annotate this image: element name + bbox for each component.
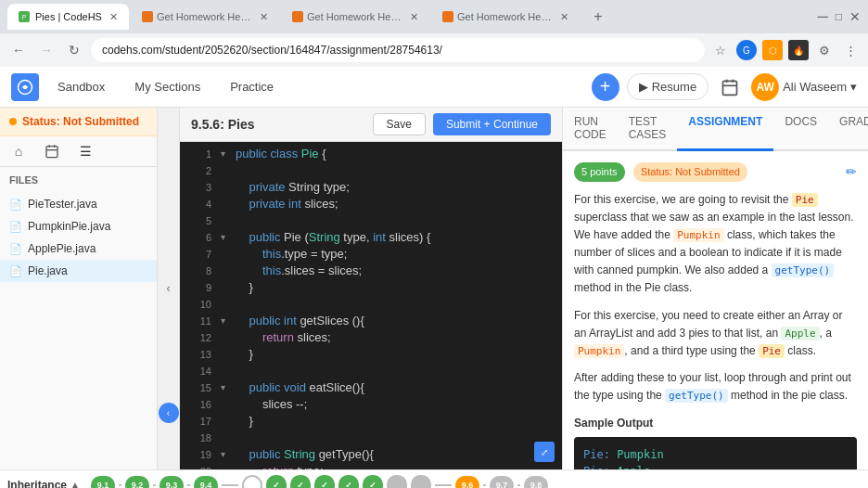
tab-3[interactable]: Get Homework Help With Cheg... ✕ bbox=[281, 4, 429, 30]
extension-icon-3[interactable]: ⚙ bbox=[814, 40, 835, 60]
bookmark-icon[interactable]: ☆ bbox=[710, 40, 731, 60]
lesson-btn-r5[interactable]: ✓ bbox=[338, 475, 359, 489]
lesson-btn-97[interactable]: 9.7 bbox=[490, 476, 514, 489]
tab-assignment[interactable]: ASSIGNMENT bbox=[677, 108, 773, 151]
pie-class-inline: Pie bbox=[792, 193, 818, 207]
list-icon[interactable]: ☰ bbox=[76, 142, 95, 161]
reload-button[interactable]: ↻ bbox=[63, 39, 85, 61]
home-icon[interactable]: ⌂ bbox=[9, 142, 28, 161]
lesson-btn-r6[interactable]: ✓ bbox=[363, 475, 383, 489]
user-initials: AW bbox=[756, 81, 773, 94]
address-bar: ← → ↻ ☆ G ⬡ 🔥 ⚙ ⋮ bbox=[0, 33, 868, 67]
status-bar: Status: Not Submitted bbox=[0, 108, 157, 136]
code-line-12: 12 return slices; bbox=[180, 329, 562, 346]
tab-2[interactable]: Get Homework Help With Cheg... ✕ bbox=[131, 4, 279, 30]
status-dot bbox=[9, 118, 17, 125]
sample-label-1: Pie: bbox=[583, 448, 617, 461]
close-icon[interactable]: ✕ bbox=[849, 9, 861, 24]
expand-floating-btn[interactable]: ‹ bbox=[159, 403, 179, 423]
save-button[interactable]: Save bbox=[373, 113, 426, 135]
lesson-sep-1 bbox=[119, 484, 121, 486]
tab-docs[interactable]: DOCS bbox=[773, 108, 828, 151]
lesson-btn-r1[interactable] bbox=[242, 475, 262, 489]
main-body: Status: Not Submitted ⌂ ☰ FILES 📄 PieTes… bbox=[0, 108, 868, 469]
app-header: Sandbox My Sections Practice + ▶ Resume … bbox=[0, 67, 868, 108]
pumpkin-inline: Pumpkin bbox=[574, 344, 624, 358]
user-menu[interactable]: AW Ali Waseem ▾ bbox=[751, 73, 857, 101]
practice-nav[interactable]: Practice bbox=[219, 74, 285, 99]
calendar-button[interactable] bbox=[716, 73, 744, 101]
lesson-btn-r8[interactable] bbox=[411, 475, 431, 489]
edit-icon[interactable]: ✏ bbox=[846, 162, 857, 182]
restore-icon[interactable]: □ bbox=[836, 10, 842, 23]
lesson-btn-r3[interactable]: ✓ bbox=[290, 475, 311, 489]
code-line-13: 13 } bbox=[180, 346, 562, 363]
my-sections-nav[interactable]: My Sections bbox=[123, 74, 211, 99]
forward-button[interactable]: → bbox=[35, 39, 57, 61]
tab-favicon-2 bbox=[142, 11, 153, 22]
sample-value-1: Pumpkin bbox=[617, 448, 664, 461]
code-area: 1 ▾ public class Pie { 2 3 private Strin… bbox=[180, 142, 562, 469]
plus-button[interactable]: + bbox=[592, 73, 619, 101]
play-icon: ▶ bbox=[639, 80, 648, 94]
editor-area: 9.5.6: Pies Save Submit + Continue 1 ▾ p… bbox=[180, 108, 562, 469]
collapse-arrow-icon: ‹ bbox=[167, 282, 171, 295]
sample-output-block: Pie: Pumpkin Pie: Apple Pie: Blueberry bbox=[574, 437, 857, 469]
points-badge: 5 points bbox=[574, 162, 625, 182]
tab-grade[interactable]: GRADE bbox=[828, 108, 868, 151]
menu-icon[interactable]: ⋮ bbox=[840, 40, 861, 60]
panel-tabs-bar: RUN CODE TEST CASES ASSIGNMENT DOCS GRAD… bbox=[563, 108, 868, 151]
lesson-btn-98[interactable]: 9.8 bbox=[524, 476, 548, 489]
tab-test-cases[interactable]: TEST CASES bbox=[618, 108, 678, 151]
lesson-btn-92[interactable]: 9.2 bbox=[125, 476, 149, 489]
resume-button[interactable]: ▶ Resume bbox=[627, 73, 708, 100]
lesson-btn-r7[interactable] bbox=[387, 475, 407, 489]
calendar-sidebar-icon[interactable] bbox=[43, 142, 61, 161]
section-title: Inheritance bbox=[7, 479, 67, 489]
tab-favicon-4 bbox=[442, 11, 453, 22]
tab-run-code[interactable]: RUN CODE bbox=[563, 108, 618, 151]
code-line-17: 17 } bbox=[180, 413, 562, 430]
file-item-pietester[interactable]: 📄 PieTester.java bbox=[0, 193, 157, 215]
tab-add-button[interactable]: + bbox=[585, 4, 611, 30]
tab-close-4[interactable]: ✕ bbox=[560, 11, 568, 23]
lesson-btn-96[interactable]: 9.6 bbox=[455, 476, 479, 489]
back-button[interactable]: ← bbox=[7, 39, 30, 61]
address-input[interactable] bbox=[91, 38, 705, 62]
bottom-bar: Inheritance ▲ 9.1 9.2 9.3 9.4 ✓ ✓ ✓ ✓ ✓ … bbox=[0, 469, 868, 488]
lesson-btn-r4[interactable]: ✓ bbox=[314, 475, 335, 489]
submit-button[interactable]: Submit + Continue bbox=[433, 113, 551, 135]
sandbox-nav[interactable]: Sandbox bbox=[46, 74, 116, 99]
code-line-8: 8 this.slices = slices; bbox=[180, 263, 562, 279]
sidebar-collapse-btn[interactable]: ‹ ‹ bbox=[158, 108, 180, 469]
lesson-btn-91[interactable]: 9.1 bbox=[91, 476, 115, 489]
file-item-pie[interactable]: 📄 Pie.java bbox=[0, 260, 157, 282]
lesson-btn-r2[interactable]: ✓ bbox=[266, 475, 287, 489]
extension-icon-1[interactable]: ⬡ bbox=[762, 40, 783, 60]
file-item-applepie[interactable]: 📄 ApplePie.java bbox=[0, 238, 157, 260]
status-badge: Status: Not Submitted bbox=[633, 162, 747, 182]
lesson-sep-5 bbox=[435, 484, 452, 486]
section-collapse-btn[interactable]: Inheritance ▲ bbox=[7, 479, 80, 489]
extension-icon-2[interactable]: 🔥 bbox=[788, 40, 809, 60]
lesson-btn-93[interactable]: 9.3 bbox=[160, 476, 184, 489]
tab-close-active[interactable]: ✕ bbox=[109, 11, 118, 23]
files-header: FILES bbox=[0, 167, 157, 193]
file-item-pumpkinpie[interactable]: 📄 PumpkinPie.java bbox=[0, 215, 157, 238]
code-line-4: 4 private int slices; bbox=[180, 196, 562, 212]
file-icon-4: 📄 bbox=[9, 265, 22, 277]
lesson-sep-7 bbox=[517, 484, 520, 486]
minimize-icon[interactable]: ─ bbox=[817, 8, 827, 25]
tab-close-2[interactable]: ✕ bbox=[260, 11, 268, 23]
code-line-15: 15 ▾ public void eatSlice(){ bbox=[180, 379, 562, 396]
lesson-btn-94[interactable]: 9.4 bbox=[194, 476, 218, 489]
editor-title: 9.5.6: Pies bbox=[191, 117, 255, 132]
tab-active[interactable]: P Pies | CodeHS ✕ bbox=[7, 4, 129, 30]
tab-4[interactable]: Get Homework Help With Cheg... ✕ bbox=[431, 4, 580, 30]
file-name-2: PumpkinPie.java bbox=[28, 220, 110, 233]
fullscreen-button[interactable]: ⤢ bbox=[534, 442, 555, 462]
profile-icon[interactable]: G bbox=[736, 40, 757, 60]
file-icon-3: 📄 bbox=[9, 243, 22, 255]
tab-close-3[interactable]: ✕ bbox=[410, 11, 418, 23]
app-logo[interactable] bbox=[11, 73, 39, 101]
